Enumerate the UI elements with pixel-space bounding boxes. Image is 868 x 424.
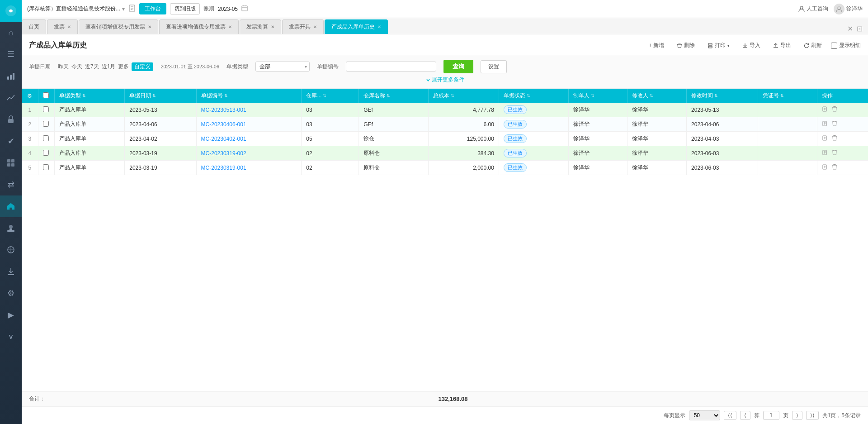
tab-invoice-issue-close[interactable]: ✕ [313, 24, 317, 29]
import-button[interactable]: 导入 [739, 40, 764, 51]
date-today[interactable]: 今天 [71, 63, 82, 71]
page-first-button[interactable]: ⟨⟨ [724, 411, 736, 420]
th-settings[interactable]: ⚙ [22, 89, 38, 103]
sidebar-item-lock[interactable] [0, 109, 22, 130]
query-button[interactable]: 查询 [443, 60, 473, 73]
tab-vat-sales[interactable]: 查看销项增值税专用发票 ✕ [79, 19, 158, 34]
show-detail-checkbox[interactable] [831, 43, 837, 49]
switch-old-button[interactable]: 切到旧版 [170, 3, 200, 14]
th-doc-status[interactable]: 单据状态 ⇅ [499, 89, 568, 103]
sidebar-item-approval[interactable]: ✔ [0, 130, 22, 152]
page-last-button[interactable]: ⟩⟩ [806, 411, 819, 420]
row-delete-icon[interactable] [832, 164, 837, 172]
tab-invoice-close[interactable]: ✕ [67, 24, 71, 29]
th-doc-date[interactable]: 单据日期 ⇅ [125, 89, 196, 103]
sidebar-item-warehouse[interactable] [0, 195, 22, 217]
workbench-button[interactable]: 工作台 [139, 3, 166, 14]
tab-vat-sales-close[interactable]: ✕ [148, 24, 151, 29]
page-input[interactable]: 1 [763, 411, 779, 420]
export-button[interactable]: 导出 [769, 40, 795, 51]
show-detail-toggle[interactable]: 显示明细 [831, 42, 861, 49]
select-all-checkbox[interactable] [43, 92, 49, 98]
settings-icon[interactable]: ⚙ [27, 93, 32, 99]
row-select-checkbox[interactable] [43, 164, 49, 170]
customer-service[interactable]: 人工咨询 [798, 5, 828, 13]
th-modify-time[interactable]: 修改时间 ⇅ [687, 89, 758, 103]
tab-invoice-calc-close[interactable]: ✕ [271, 24, 274, 29]
page-next-button[interactable]: ⟩ [792, 411, 802, 420]
sidebar-item-download[interactable] [0, 261, 22, 282]
period-calendar-icon[interactable] [241, 5, 248, 13]
sidebar-item-data[interactable] [0, 152, 22, 174]
svg-rect-12 [9, 229, 12, 230]
tab-restore-icon[interactable]: ⊡ [857, 24, 863, 33]
sidebar-item-home[interactable]: ⌂ [0, 22, 22, 43]
user-menu[interactable]: 徐泽华 [834, 4, 863, 14]
doc-num-link[interactable]: MC-20230513-001 [201, 107, 246, 113]
sidebar-item-video[interactable]: ▶ [0, 304, 22, 326]
doc-type-select[interactable]: 全部 产品入库单 [255, 62, 310, 71]
sidebar-item-stamp[interactable] [0, 217, 22, 239]
tab-invoice[interactable]: 发票 ✕ [47, 19, 78, 34]
row-edit-icon[interactable] [822, 106, 830, 114]
company-dropdown-icon[interactable]: ▾ [122, 6, 125, 12]
page-prev-button[interactable]: ⟨ [740, 411, 750, 420]
th-warehouse-code[interactable]: 仓库... ⇅ [302, 89, 359, 103]
sidebar-item-settings[interactable]: ⚙ [0, 282, 22, 304]
sidebar-item-chart[interactable] [0, 65, 22, 87]
doc-num-link[interactable]: MC-20230406-001 [201, 121, 246, 128]
table-wrap: ⚙ 单据类型 ⇅ 单据日期 [22, 89, 868, 391]
tab-product-inbound-close[interactable]: ✕ [377, 24, 381, 29]
row-select-checkbox[interactable] [43, 150, 49, 156]
delete-button[interactable]: 删除 [673, 40, 698, 51]
tab-home[interactable]: 首页 [22, 19, 46, 34]
doc-icon[interactable] [128, 5, 136, 13]
doc-num-input[interactable] [346, 62, 436, 71]
tab-close-all-icon[interactable]: ✕ [847, 24, 853, 33]
expand-conditions-button[interactable]: 展开更多条件 [426, 76, 464, 84]
setting-button[interactable]: 设置 [481, 60, 507, 73]
row-delete-icon[interactable] [832, 106, 837, 114]
th-total-cost[interactable]: 总成本 ⇅ [429, 89, 499, 103]
th-modifier[interactable]: 修改人 ⇅ [627, 89, 687, 103]
th-warehouse-name[interactable]: 仓库名称 ⇅ [359, 89, 429, 103]
doc-num-link[interactable]: MC-20230402-001 [201, 136, 246, 142]
tab-vat-purchase-close[interactable]: ✕ [228, 24, 232, 29]
sidebar-item-api[interactable] [0, 239, 22, 261]
sidebar-item-transfer[interactable]: ⇄ [0, 174, 22, 195]
date-more[interactable]: 更多 [118, 63, 129, 71]
th-creator[interactable]: 制单人 ⇅ [568, 89, 627, 103]
row-edit-icon[interactable] [822, 164, 830, 172]
tab-invoice-issue[interactable]: 发票开具 ✕ [282, 19, 324, 34]
th-voucher-num[interactable]: 凭证号 ⇅ [758, 89, 817, 103]
tab-invoice-calc[interactable]: 发票测算 ✕ [240, 19, 281, 34]
sidebar-item-docs[interactable]: ☰ [0, 43, 22, 65]
row-edit-icon[interactable] [822, 135, 830, 143]
row-delete-icon[interactable] [832, 121, 837, 128]
row-delete-icon[interactable] [832, 135, 837, 143]
row-edit-icon[interactable] [822, 150, 830, 157]
tab-product-inbound[interactable]: 产成品入库单历史 ✕ [325, 19, 388, 34]
print-button[interactable]: 打印 ▾ [704, 40, 733, 51]
date-7days[interactable]: 近7天 [85, 63, 99, 71]
row-select-checkbox[interactable] [43, 121, 49, 127]
new-button[interactable]: + 新增 [645, 40, 668, 51]
row-edit-icon[interactable] [822, 121, 830, 128]
row-delete-icon[interactable] [832, 150, 837, 157]
row-select-checkbox[interactable] [43, 106, 49, 112]
date-custom[interactable]: 自定义 [132, 62, 153, 71]
row-doc-num: MC-20230319-001 [196, 161, 302, 175]
per-page-select[interactable]: 50 100 200 [689, 410, 720, 420]
print-dropdown-icon[interactable]: ▾ [727, 43, 730, 48]
date-yesterday[interactable]: 昨天 [58, 63, 69, 71]
doc-num-link[interactable]: MC-20230319-002 [201, 150, 246, 157]
tab-vat-purchase[interactable]: 查看进项增值税专用发票 ✕ [159, 19, 239, 34]
date-1month[interactable]: 近1月 [102, 63, 116, 71]
row-select-checkbox[interactable] [43, 135, 49, 141]
doc-num-link[interactable]: MC-20230319-001 [201, 165, 246, 171]
th-doc-num[interactable]: 单据编号 ⇅ [196, 89, 302, 103]
refresh-button[interactable]: 刷新 [800, 40, 826, 51]
sidebar-item-analytics[interactable] [0, 87, 22, 109]
th-doc-type[interactable]: 单据类型 ⇅ [54, 89, 125, 103]
sidebar-item-version[interactable]: V [0, 326, 22, 348]
